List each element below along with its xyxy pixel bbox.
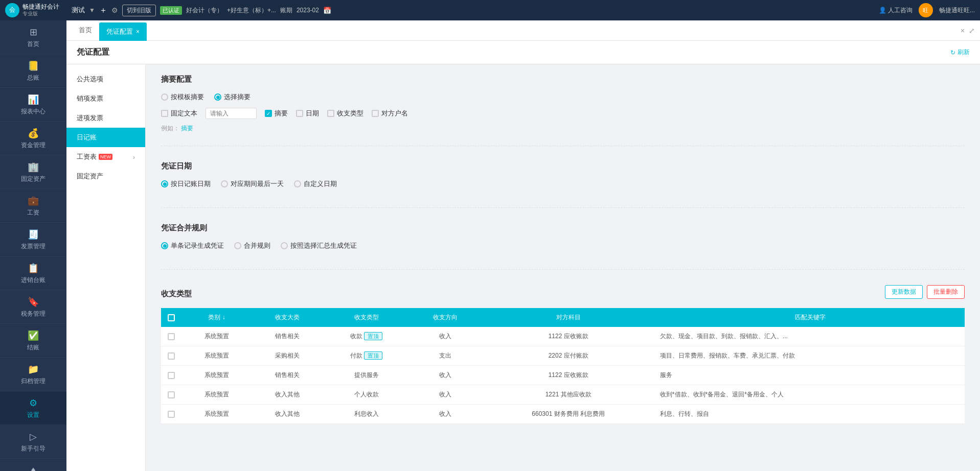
table-row: 系统预置 收入其他 利息收入 收入 660301 财务费用 利息费用 利息、行转… <box>161 405 965 424</box>
update-data-button[interactable]: 更新数据 <box>885 285 923 299</box>
row-keywords: 欠款、现金、项目款、到款、报销款、汇入、... <box>656 327 965 346</box>
sidebar-label-invoice: 发票管理 <box>21 242 45 251</box>
merge-radio-summary[interactable]: 按照选择汇总生成凭证 <box>281 241 357 250</box>
date-radio-last-day[interactable]: 对应期间最后一天 <box>221 179 284 189</box>
purchase-icon: 📋 <box>28 263 39 274</box>
sidebar-label-report: 报表中心 <box>21 107 45 116</box>
row-major: 收入其他 <box>252 385 323 405</box>
income-expense-table: 类别 ↓ 收支大类 收支类型 收支方向 对方科目 匹配关键字 <box>161 308 965 424</box>
sidebar-label-guide: 新手引导 <box>21 444 45 453</box>
checkbox-row: 固定文本 ✓ 摘要 日期 收支类型 <box>161 108 965 119</box>
support-button[interactable]: 👤 人工咨询 <box>879 6 913 15</box>
date-section-title: 凭证日期 <box>161 161 965 171</box>
salary-icon: 💼 <box>28 195 39 206</box>
checkbox-income-type[interactable]: 收支类型 <box>327 109 363 118</box>
logo-icon: 会 <box>5 3 19 17</box>
app-logo: 会 畅捷通好会计 专业版 <box>5 3 72 17</box>
tab-close-icon[interactable]: × <box>136 28 140 35</box>
gear-icon[interactable]: ⚙ <box>111 6 118 14</box>
env-arrow-icon[interactable]: ▼ <box>89 7 95 14</box>
row-keywords: 收到*借款、收到*备用金、退回*备用金、个人 <box>656 385 965 405</box>
sidebar-item-invoice[interactable]: 🧾 发票管理 <box>0 223 66 256</box>
th-checkbox[interactable] <box>161 308 181 327</box>
table-header-actions: 更新数据 批量删除 <box>885 285 965 299</box>
fund-icon: 💰 <box>28 128 39 139</box>
checkbox-fixed-text[interactable]: 固定文本 <box>161 109 197 118</box>
row-checkbox[interactable] <box>161 405 181 424</box>
merge-radio-rule-circle <box>234 242 241 249</box>
th-category: 类别 ↓ <box>181 308 252 327</box>
row-type: 利息收入 <box>323 405 410 424</box>
content-area: 首页 凭证配置 × × ⤢ 凭证配置 ↻ 刷新 公共选项 <box>66 20 980 471</box>
select-all-checkbox[interactable] <box>168 314 175 321</box>
row-checkbox[interactable] <box>161 366 181 385</box>
left-nav-fixed-asset[interactable]: 固定资产 <box>66 167 145 186</box>
summary-radio-template-circle <box>161 93 168 101</box>
summary-radio-select[interactable]: 选择摘要 <box>214 92 250 102</box>
version-switch-button[interactable]: 切到旧版 <box>122 5 156 16</box>
tab-voucher-config[interactable]: 凭证配置 × <box>99 22 147 41</box>
checkbox-summary[interactable]: ✓ 摘要 <box>265 109 288 118</box>
sidebar-item-guide[interactable]: ▷ 新手引导 <box>0 425 66 459</box>
sidebar-item-archive[interactable]: 📁 归档管理 <box>0 358 66 391</box>
checkbox-counterparty[interactable]: 对方户名 <box>372 109 408 118</box>
left-nav-public[interactable]: 公共选项 <box>66 69 145 89</box>
page-content: 公共选项 销项发票 进项发票 日记账 工资表 NEW › 固定资产 <box>66 64 980 471</box>
row-direction: 收入 <box>410 405 481 424</box>
table-row: 系统预置 销售相关 提供服务 收入 1122 应收账款 服务 <box>161 366 965 385</box>
summary-radio-template[interactable]: 按模板摘要 <box>161 92 204 102</box>
tab-home[interactable]: 首页 <box>72 20 99 41</box>
period-value: 2023-02 <box>297 7 319 14</box>
sidebar-item-salary[interactable]: 💼 工资 <box>0 189 66 223</box>
reset-tag[interactable]: 置顶 <box>364 332 382 340</box>
left-nav-journal[interactable]: 日记账 <box>66 128 145 147</box>
sidebar-item-purchase[interactable]: 📋 进销台账 <box>0 256 66 290</box>
sidebar-item-home[interactable]: ⊞ 首页 <box>0 20 66 54</box>
fixed-text-input[interactable] <box>206 108 257 119</box>
tab-maximize-icon[interactable]: ⤢ <box>969 27 975 35</box>
sidebar-item-asset[interactable]: 🏢 固定资产 <box>0 155 66 189</box>
env-name: 测试 <box>72 6 85 15</box>
date-radio-custom-circle <box>294 180 301 187</box>
certified-tag: 已认证 <box>160 6 182 15</box>
row-category: 系统预置 <box>181 346 252 366</box>
summary-radio-select-circle <box>214 93 221 101</box>
date-radio-journal-circle <box>161 180 168 187</box>
date-radio-journal[interactable]: 按日记账日期 <box>161 179 211 189</box>
table-body: 系统预置 销售相关 收款 置顶 收入 1122 应收账款 欠款、现金、项目款、到… <box>161 327 965 424</box>
calendar-icon[interactable]: 📅 <box>323 7 331 14</box>
date-radio-last-day-circle <box>221 180 228 187</box>
left-nav-purchase-invoice[interactable]: 进项发票 <box>66 108 145 128</box>
tab-bar-actions: × ⤢ <box>961 27 975 35</box>
refresh-button[interactable]: ↻ 刷新 <box>950 48 970 63</box>
support-icon: 👤 <box>879 7 886 14</box>
sidebar-item-ledger[interactable]: 📒 总账 <box>0 54 66 88</box>
merge-radio-rule[interactable]: 合并规则 <box>234 241 270 250</box>
row-category: 系统预置 <box>181 405 252 424</box>
sidebar-item-fund[interactable]: 💰 资金管理 <box>0 122 66 155</box>
row-keywords: 利息、行转、报自 <box>656 405 965 424</box>
sidebar-item-tax[interactable]: 🔖 税务管理 <box>0 290 66 324</box>
row-checkbox[interactable] <box>161 327 181 346</box>
sidebar-item-settings[interactable]: ⚙ 设置 <box>0 391 66 425</box>
batch-delete-button[interactable]: 批量删除 <box>927 285 965 299</box>
row-checkbox[interactable] <box>161 346 181 366</box>
date-radio-custom[interactable]: 自定义日期 <box>294 179 337 189</box>
sidebar-item-member[interactable]: ♦ 畅会员 <box>0 459 66 471</box>
sidebar-item-settle[interactable]: ✅ 结账 <box>0 324 66 358</box>
left-nav-sales-invoice[interactable]: 销项发票 <box>66 89 145 108</box>
row-major: 采购相关 <box>252 346 323 366</box>
row-checkbox[interactable] <box>161 385 181 405</box>
add-button[interactable]: ＋ <box>99 5 107 16</box>
left-nav-payroll[interactable]: 工资表 NEW › <box>66 147 145 167</box>
period-label: 账期 <box>280 6 292 15</box>
sidebar-item-report[interactable]: 📊 报表中心 <box>0 88 66 122</box>
date-radio-group: 按日记账日期 对应期间最后一天 自定义日期 <box>161 179 965 189</box>
reset-tag[interactable]: 置顶 <box>364 351 382 360</box>
checkbox-date[interactable]: 日期 <box>296 109 319 118</box>
merge-radio-single[interactable]: 单条记录生成凭证 <box>161 241 224 250</box>
sidebar-label-home: 首页 <box>27 40 39 49</box>
row-type: 个人收款 <box>323 385 410 405</box>
table-header-row: 类别 ↓ 收支大类 收支类型 收支方向 对方科目 匹配关键字 <box>161 308 965 327</box>
tab-minimize-icon[interactable]: × <box>961 27 965 35</box>
